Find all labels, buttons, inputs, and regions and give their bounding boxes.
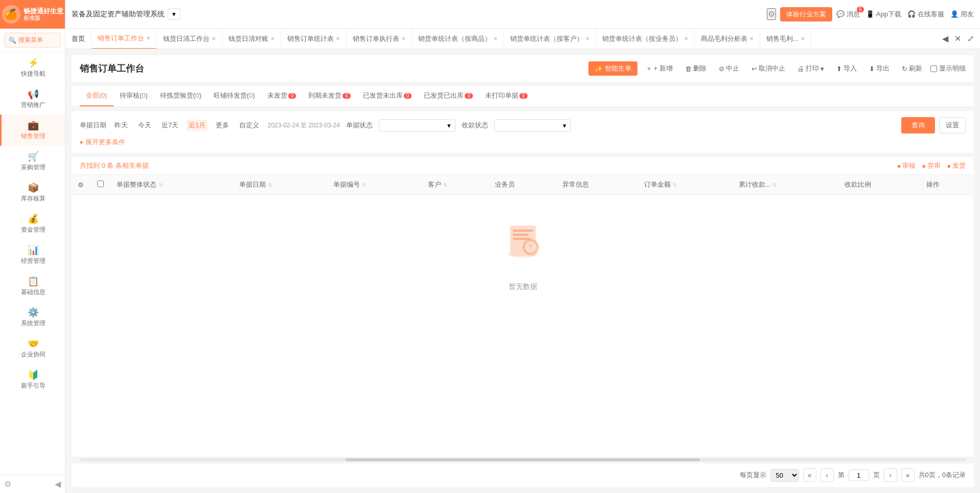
close-all-tabs-button[interactable]: ✕ — [952, 33, 963, 44]
date-yesterday-button[interactable]: 昨天 — [112, 120, 130, 131]
stop-button[interactable]: ⊘ 中止 — [715, 62, 743, 75]
tab-sales-exec[interactable]: 销售订单执行表 ✕ — [347, 29, 412, 49]
tab-sales-stat-customer[interactable]: 销货单统计表（按客户） ✕ — [504, 29, 596, 49]
prev-page-button[interactable]: ‹ — [821, 468, 834, 482]
tab-sales-stat[interactable]: 销售订单统计表 ✕ — [281, 29, 347, 49]
col-accumulated[interactable]: 累计收款... ⇅ — [733, 175, 839, 195]
sub-tab-unprinted[interactable]: 未打印单据0 — [479, 86, 534, 106]
tab-close-cash-daily[interactable]: ✕ — [212, 36, 216, 41]
new-button[interactable]: ＋ + 新增 — [642, 62, 677, 75]
tab-sales-stat-product[interactable]: 销货单统计表（按商品） ✕ — [412, 29, 504, 49]
sidebar-item-operations[interactable]: 📊 经营管理 — [0, 239, 65, 271]
page-number-input[interactable] — [849, 469, 869, 481]
col-settings[interactable]: ⚙ — [72, 175, 90, 195]
tab-close-sales-stat-customer[interactable]: ✕ — [585, 36, 589, 41]
ai-generate-button[interactable]: ✨ 智能生单 — [588, 61, 637, 76]
app-download-button[interactable]: 📱 App下载 — [866, 10, 901, 19]
sub-tab-shipped-not-out[interactable]: 已发货未出库0 — [357, 86, 418, 106]
tab-close-sales-exec[interactable]: ✕ — [401, 36, 405, 41]
select-all-checkbox[interactable] — [97, 181, 104, 187]
sidebar-item-inventory[interactable]: 📦 库存核算 — [0, 177, 65, 208]
ship-button[interactable]: ● 发货 — [947, 161, 966, 170]
sub-tab-pending-inspect[interactable]: 待拣货验货(0) — [154, 86, 208, 106]
query-button[interactable]: 查询 — [901, 117, 935, 133]
import-button[interactable]: ⬆ 导入 — [832, 62, 861, 75]
sub-tab-unshipped[interactable]: 未发货0 — [261, 86, 303, 106]
tab-cash-reconcile[interactable]: 钱货日清对账 ✕ — [222, 29, 281, 49]
audit-button[interactable]: ● 审核 — [897, 161, 916, 170]
delete-button[interactable]: 🗑 删除 — [681, 62, 711, 75]
sidebar-item-finance[interactable]: 💰 资金管理 — [0, 208, 65, 239]
topbar-settings-button[interactable]: ⚙ — [767, 8, 776, 20]
tab-sales-stat-salesman[interactable]: 销货单统计表（按业务员） ✕ — [596, 29, 695, 49]
tab-close-sales-workbench[interactable]: ✕ — [146, 35, 150, 41]
show-detail-toggle[interactable]: 显示明细 — [930, 64, 966, 73]
export-button[interactable]: ⬇ 导出 — [865, 62, 894, 75]
table-toolbar: 共找到 0 条 条相关单据 ● 审核 ● 弃审 ● — [72, 157, 974, 175]
col-date[interactable]: 单据日期 ⇅ — [233, 175, 328, 195]
cancel-stop-button[interactable]: ↩ 取消中止 — [747, 62, 789, 75]
tab-sales-more[interactable]: 销售毛利... ✕ — [760, 29, 811, 49]
tabs-prev-button[interactable]: ◀ — [940, 33, 950, 44]
sidebar-item-guide[interactable]: 🔰 新手引导 — [0, 364, 65, 395]
date-7days-button[interactable]: 近7天 — [159, 120, 180, 131]
tab-cash-daily[interactable]: 钱货日清工作台 ✕ — [157, 29, 222, 49]
col-status[interactable]: 单据整体状态 ⇅ — [110, 175, 233, 195]
show-detail-checkbox[interactable] — [930, 65, 937, 72]
maximize-button[interactable]: ⤢ — [965, 33, 976, 44]
tab-close-sales-stat-salesman[interactable]: ✕ — [684, 36, 688, 41]
col-customer[interactable]: 客户 ⇅ — [422, 175, 488, 195]
tab-close-sales-stat[interactable]: ✕ — [336, 36, 340, 41]
tab-close-sales-more[interactable]: ✕ — [801, 36, 805, 41]
user-menu[interactable]: 👤 用友 — [950, 10, 974, 19]
date-today-button[interactable]: 今天 — [136, 120, 153, 131]
tab-gross-profit[interactable]: 商品毛利分析表 ✕ — [695, 29, 760, 49]
sub-tab-overdue[interactable]: 到期未发货0 — [302, 86, 357, 106]
expand-filters-button[interactable]: ▾ 展开更多条件 — [80, 138, 966, 147]
date-custom-button[interactable]: 自定义 — [237, 120, 261, 131]
tab-sales-workbench[interactable]: 销售订单工作台 ✕ — [92, 29, 157, 49]
sidebar-item-label: 经营管理 — [21, 257, 45, 265]
search-menu-button[interactable]: 🔍 搜索菜单 — [4, 33, 61, 48]
collapse-sidebar-button[interactable]: ◀ — [55, 479, 61, 489]
tab-close-sales-stat-product[interactable]: ✕ — [493, 36, 497, 41]
messages-button[interactable]: 💬 消息 6 — [836, 10, 860, 19]
sidebar-item-system[interactable]: ⚙️ 系统管理 — [0, 302, 65, 333]
refresh-button[interactable]: ↻ 刷新 — [898, 62, 926, 75]
tab-close-cash-reconcile[interactable]: ✕ — [270, 36, 275, 41]
sub-tab-wangpu[interactable]: 旺铺待发货(0) — [208, 86, 261, 106]
system-icon: ⚙️ — [28, 307, 39, 318]
sidebar-item-sales[interactable]: 💼 销售管理 — [0, 115, 65, 146]
sub-tab-shipped-out[interactable]: 已发货已出库0 — [418, 86, 479, 106]
date-more-button[interactable]: 更多 — [214, 120, 231, 131]
filter-setting-button[interactable]: 设置 — [939, 117, 966, 133]
online-service-button[interactable]: 🎧 在线客服 — [907, 10, 944, 19]
sidebar-item-marketing[interactable]: 📢 营销推广 — [0, 83, 65, 115]
system-dropdown[interactable]: ▾ — [168, 8, 180, 20]
dropdown-arrow-icon: ▾ — [447, 122, 451, 129]
page-size-select[interactable]: 50 10 20 100 — [770, 469, 799, 482]
industry-solution-button[interactable]: 体验行业方案 — [780, 7, 832, 21]
settings-button[interactable]: ⚙ — [4, 479, 11, 489]
first-page-button[interactable]: « — [803, 468, 816, 482]
status-filter-select[interactable]: ▾ — [379, 119, 455, 132]
col-amount[interactable]: 订单金额 ⇅ — [638, 175, 733, 195]
print-button[interactable]: 🖨 打印 ▾ — [793, 62, 828, 75]
sub-tab-all[interactable]: 全部(0) — [80, 86, 113, 106]
col-number[interactable]: 单据编号 ⇅ — [327, 175, 422, 195]
payment-filter-select[interactable]: ▾ — [494, 119, 571, 132]
next-page-button[interactable]: › — [884, 468, 897, 482]
last-page-button[interactable]: » — [901, 468, 915, 482]
tab-close-gross-profit[interactable]: ✕ — [749, 36, 754, 41]
col-checkbox[interactable] — [90, 175, 110, 195]
tab-home[interactable]: 首页 — [65, 29, 92, 49]
sidebar-item-purchase[interactable]: 🛒 采购管理 — [0, 146, 65, 177]
sidebar-item-enterprise[interactable]: 🤝 企业协同 — [0, 333, 65, 364]
sidebar-item-quick-nav[interactable]: ⚡ 快捷导航 — [0, 52, 65, 83]
void-button[interactable]: ● 弃审 — [922, 161, 941, 170]
date-1month-button[interactable]: 近1月 — [187, 120, 208, 131]
horizontal-scrollbar[interactable] — [72, 457, 974, 463]
filter-area: 单据日期 昨天 今天 近7天 近1月 更多 自定义 2023-02-24 至 2… — [72, 111, 974, 153]
sub-tab-pending-audit[interactable]: 待审核(0) — [113, 86, 154, 106]
sidebar-item-basic[interactable]: 📋 基础信息 — [0, 271, 65, 302]
